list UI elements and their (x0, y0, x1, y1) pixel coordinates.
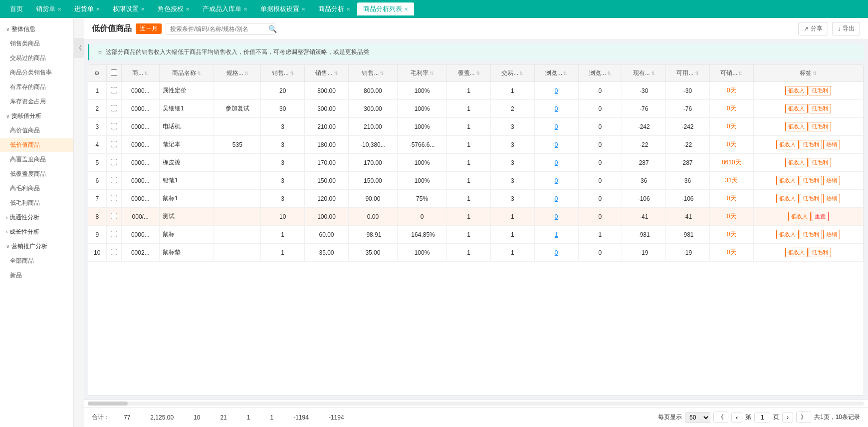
sidebar-item-stock-capital[interactable]: 库存资金占用 (0, 94, 73, 109)
sidebar-item-new-goods[interactable]: 新品 (0, 268, 73, 283)
sort-icon[interactable]: ⇅ (380, 70, 384, 76)
sidebar-group-circulation[interactable]: › 流通性分析 (0, 210, 73, 225)
sort-icon[interactable]: ⇅ (607, 70, 611, 76)
close-icon[interactable]: ✕ (57, 6, 61, 12)
sidebar-item-sales-goods[interactable]: 销售类商品 (0, 36, 73, 51)
row-checkbox-cell[interactable] (106, 118, 121, 136)
row-checkbox-cell[interactable] (106, 154, 121, 172)
row-stock-current: 36 (622, 172, 666, 190)
row-checkbox-cell[interactable] (106, 172, 121, 190)
sort-icon[interactable]: ⇅ (430, 70, 434, 76)
select-all-checkbox[interactable] (111, 69, 117, 76)
share-button[interactable]: ↗ 分享 (798, 22, 828, 35)
zero-link[interactable]: 0 (555, 87, 558, 94)
zero-link[interactable]: 0 (555, 123, 558, 130)
sidebar-item-low-margin[interactable]: 低毛利商品 (0, 196, 73, 210)
close-icon[interactable]: ✕ (301, 6, 305, 12)
row-checkbox[interactable] (111, 177, 117, 183)
page-input[interactable] (754, 413, 770, 423)
sort-icon[interactable]: ⇅ (519, 70, 523, 76)
sidebar-group-overall[interactable]: ∨ 整体信息 (0, 22, 73, 36)
sidebar-item-high-margin[interactable]: 高毛利商品 (0, 181, 73, 196)
period-button[interactable]: 近一月 (136, 23, 162, 34)
sidebar-group-marketing[interactable]: ∨ 营销推广分析 (0, 239, 73, 254)
horizontal-scrollbar[interactable] (84, 400, 868, 407)
col-checkbox[interactable] (106, 65, 121, 82)
nav-permission[interactable]: 权限设置 ✕ (107, 2, 151, 15)
sidebar-item-low-coverage[interactable]: 低覆盖度商品 (0, 167, 73, 181)
sidebar-item-category-sales-rate[interactable]: 商品分类销售率 (0, 65, 73, 80)
nav-template-settings[interactable]: 单据模板设置 ✕ (254, 2, 311, 15)
zero-link[interactable]: 0 (555, 159, 558, 166)
zero-link[interactable]: 0 (555, 195, 558, 202)
close-icon[interactable]: ✕ (346, 6, 350, 12)
close-icon[interactable]: ✕ (243, 6, 247, 12)
footer: 合计： 77 2,125.00 10 21 1 1 -1194 -1194 每页… (84, 407, 868, 427)
close-icon[interactable]: ✕ (141, 6, 145, 12)
sort-icon[interactable]: ⇅ (695, 70, 699, 76)
row-checkbox-cell[interactable] (106, 190, 121, 208)
scrollbar-thumb[interactable] (88, 402, 128, 406)
row-spec (214, 190, 261, 208)
zero-link[interactable]: 0 (555, 177, 558, 184)
sidebar-item-high-value[interactable]: 高价值商品 (0, 123, 73, 138)
row-checkbox[interactable] (111, 159, 117, 165)
sort-icon[interactable]: ⇅ (334, 70, 338, 76)
row-checkbox-cell[interactable] (106, 208, 121, 226)
col-settings[interactable]: ⚙ (88, 65, 106, 82)
search-icon[interactable]: 🔍 (268, 25, 277, 33)
row-checkbox[interactable] (111, 123, 117, 129)
row-checkbox-cell[interactable] (106, 82, 121, 100)
prev-page-button[interactable]: ‹ (731, 413, 742, 423)
nav-purchase-order[interactable]: 进货单 ✕ (68, 2, 106, 15)
sort-icon[interactable]: ⇅ (244, 70, 248, 76)
export-button[interactable]: ↓ 导出 (832, 22, 860, 35)
first-page-button[interactable]: 《 (713, 412, 728, 423)
row-checkbox[interactable] (111, 213, 117, 219)
sort-icon[interactable]: ⇅ (197, 70, 201, 76)
nav-product-warehouse[interactable]: 产成品入库单 ✕ (197, 2, 253, 15)
sidebar-group-growth[interactable]: › 成长性分析 (0, 225, 73, 239)
row-checkbox[interactable] (111, 231, 117, 237)
sort-icon[interactable]: ⇅ (563, 70, 567, 76)
search-input[interactable] (166, 23, 275, 35)
row-checkbox[interactable] (111, 87, 117, 93)
close-icon[interactable]: ✕ (96, 6, 100, 12)
zero-link[interactable]: 0 (555, 213, 558, 220)
row-checkbox[interactable] (111, 195, 117, 201)
nav-role-auth[interactable]: 角色授权 ✕ (152, 2, 196, 15)
row-checkbox-cell[interactable] (106, 100, 121, 118)
sort-icon[interactable]: ⇅ (290, 70, 294, 76)
row-checkbox[interactable] (111, 249, 117, 255)
zero-link[interactable]: 0 (555, 141, 558, 148)
zero-link[interactable]: 0 (555, 105, 558, 112)
close-icon[interactable]: ✕ (186, 6, 190, 12)
sort-icon[interactable]: ⇅ (476, 70, 480, 76)
sidebar-item-low-value[interactable]: 低价值商品 (0, 138, 73, 152)
page-size-select[interactable]: 50 100 200 (685, 412, 710, 423)
sidebar-item-high-coverage[interactable]: 高覆盖度商品 (0, 152, 73, 167)
last-page-button[interactable]: 》 (796, 412, 811, 423)
sort-icon[interactable]: ⇅ (813, 70, 817, 76)
sidebar-group-contribution[interactable]: ∨ 贡献值分析 (0, 109, 73, 123)
row-checkbox[interactable] (111, 141, 117, 147)
sidebar-item-traded-goods[interactable]: 交易过的商品 (0, 51, 73, 65)
sidebar-collapse-button[interactable]: 《 (74, 38, 84, 58)
sort-icon[interactable]: ⇅ (738, 70, 742, 76)
row-checkbox[interactable] (111, 105, 117, 111)
nav-home[interactable]: 首页 (4, 2, 29, 15)
row-checkbox-cell[interactable] (106, 244, 121, 262)
sidebar-item-all-goods[interactable]: 全部商品 (0, 254, 73, 268)
row-checkbox-cell[interactable] (106, 226, 121, 244)
zero-link[interactable]: 0 (555, 249, 558, 256)
nav-sales-order[interactable]: 销货单 ✕ (30, 2, 67, 15)
row-checkbox-cell[interactable] (106, 136, 121, 154)
sort-icon[interactable]: ⇅ (651, 70, 655, 76)
sidebar-item-in-stock-goods[interactable]: 有库存的商品 (0, 80, 73, 94)
sort-icon[interactable]: ⇅ (144, 70, 148, 76)
nav-product-analysis-list[interactable]: 商品分析列表 ✕ (357, 2, 414, 15)
nav-product-analysis[interactable]: 商品分析 ✕ (312, 2, 356, 15)
next-page-button[interactable]: › (782, 413, 793, 423)
zero-link[interactable]: 1 (555, 231, 558, 238)
close-icon[interactable]: ✕ (404, 6, 408, 12)
